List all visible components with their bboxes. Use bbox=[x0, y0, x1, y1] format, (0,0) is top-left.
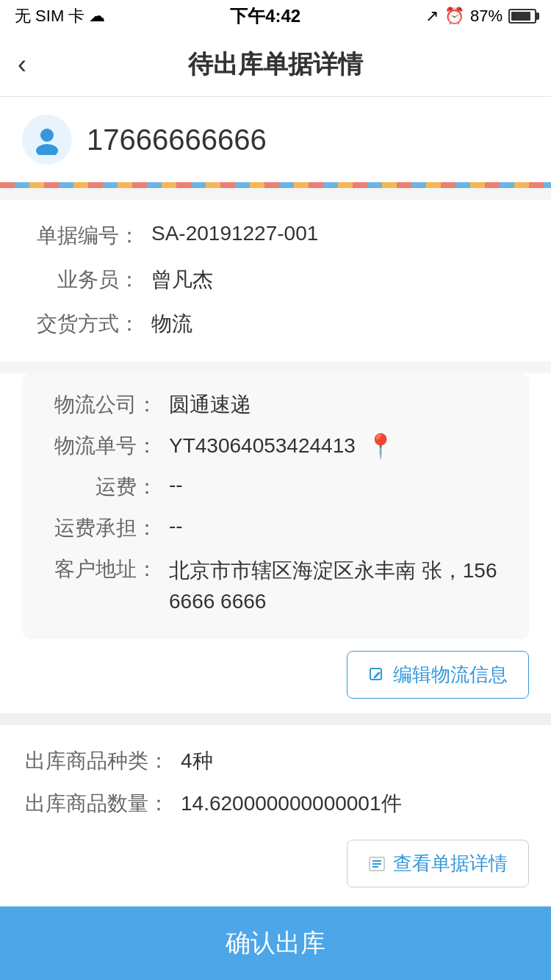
svg-point-0 bbox=[40, 129, 54, 142]
nav-bar: ‹ 待出库单据详情 bbox=[0, 32, 551, 97]
svg-point-1 bbox=[36, 144, 58, 155]
view-details-label: 查看单据详情 bbox=[393, 851, 508, 876]
stock-types-row: 出库商品种类： 4种 bbox=[22, 747, 529, 775]
person-icon bbox=[32, 124, 62, 155]
confirm-bar[interactable]: 确认出库 bbox=[0, 907, 551, 980]
sim-status: 无 SIM 卡 ☁ bbox=[15, 5, 105, 27]
battery-percent: 87% bbox=[470, 7, 503, 26]
location-status-icon: ↗ bbox=[425, 7, 439, 26]
logistics-container: 物流公司： 圆通速递 物流单号： YT43064053424413 📍 运费： … bbox=[0, 373, 551, 713]
section-divider bbox=[0, 713, 551, 725]
logistics-card: 物流公司： 圆通速递 物流单号： YT43064053424413 📍 运费： … bbox=[22, 373, 529, 639]
battery-icon bbox=[508, 9, 536, 24]
delivery-method-value: 物流 bbox=[151, 310, 529, 338]
logistics-company-value: 圆通速递 bbox=[169, 391, 511, 419]
freight-value: -- bbox=[169, 473, 511, 497]
freight-label: 运费： bbox=[40, 473, 157, 501]
order-info-section: 单据编号： SA-20191227-001 业务员： 曾凡杰 交货方式： 物流 bbox=[0, 200, 551, 361]
logistics-tracking-row: 物流单号： YT43064053424413 📍 bbox=[40, 432, 511, 460]
address-value: 北京市市辖区海淀区永丰南 张，156 6666 6666 bbox=[169, 555, 511, 617]
tracking-number: YT43064053424413 bbox=[169, 434, 356, 458]
edit-logistics-area: 编辑物流信息 bbox=[0, 651, 551, 713]
status-bar-left: 无 SIM 卡 ☁ bbox=[15, 5, 105, 27]
salesman-value: 曾凡杰 bbox=[151, 266, 529, 294]
order-number-row: 单据编号： SA-20191227-001 bbox=[22, 222, 529, 250]
address-label: 客户地址： bbox=[40, 555, 157, 583]
delivery-method-label: 交货方式： bbox=[22, 310, 140, 338]
edit-icon bbox=[368, 666, 386, 684]
customer-phone: 17666666666 bbox=[87, 123, 267, 156]
view-details-area: 查看单据详情 bbox=[0, 840, 551, 905]
view-details-button[interactable]: 查看单据详情 bbox=[347, 840, 529, 887]
logistics-company-row: 物流公司： 圆通速递 bbox=[40, 391, 511, 419]
dashed-divider bbox=[0, 182, 551, 188]
stock-section: 出库商品种类： 4种 出库商品数量： 14.620000000000001件 bbox=[0, 725, 551, 840]
avatar bbox=[22, 115, 72, 165]
freight-bearer-label: 运费承担： bbox=[40, 514, 157, 542]
stock-quantity-value: 14.620000000000001件 bbox=[181, 790, 402, 818]
stock-types-label: 出库商品种类： bbox=[22, 747, 169, 775]
stock-types-value: 4种 bbox=[181, 747, 213, 775]
page-title: 待出库单据详情 bbox=[188, 48, 363, 82]
status-bar-right: ↗ ⏰ 87% bbox=[425, 7, 536, 26]
customer-header: 17666666666 bbox=[0, 97, 551, 182]
edit-logistics-button[interactable]: 编辑物流信息 bbox=[347, 651, 529, 699]
address-row: 客户地址： 北京市市辖区海淀区永丰南 张，156 6666 6666 bbox=[40, 555, 511, 617]
alarm-icon: ⏰ bbox=[444, 7, 464, 26]
logistics-tracking-value: YT43064053424413 📍 bbox=[169, 432, 511, 460]
salesman-label: 业务员： bbox=[22, 266, 140, 294]
status-bar-time: 下午4:42 bbox=[230, 4, 300, 28]
freight-bearer-value: -- bbox=[169, 514, 511, 538]
order-number-label: 单据编号： bbox=[22, 222, 140, 250]
salesman-row: 业务员： 曾凡杰 bbox=[22, 266, 529, 294]
logistics-company-label: 物流公司： bbox=[40, 391, 157, 419]
freight-bearer-row: 运费承担： -- bbox=[40, 514, 511, 542]
logistics-tracking-label: 物流单号： bbox=[40, 432, 157, 460]
edit-logistics-label: 编辑物流信息 bbox=[393, 662, 508, 688]
map-pin-icon[interactable]: 📍 bbox=[366, 432, 395, 460]
delivery-method-row: 交货方式： 物流 bbox=[22, 310, 529, 338]
list-icon bbox=[368, 855, 386, 873]
status-bar: 无 SIM 卡 ☁ 下午4:42 ↗ ⏰ 87% bbox=[0, 0, 551, 32]
svg-rect-2 bbox=[370, 669, 381, 680]
stock-quantity-label: 出库商品数量： bbox=[22, 790, 169, 818]
freight-row: 运费： -- bbox=[40, 473, 511, 501]
back-button[interactable]: ‹ bbox=[18, 49, 26, 80]
stock-quantity-row: 出库商品数量： 14.620000000000001件 bbox=[22, 790, 529, 818]
confirm-label: 确认出库 bbox=[226, 926, 325, 960]
order-number-value: SA-20191227-001 bbox=[151, 222, 529, 245]
